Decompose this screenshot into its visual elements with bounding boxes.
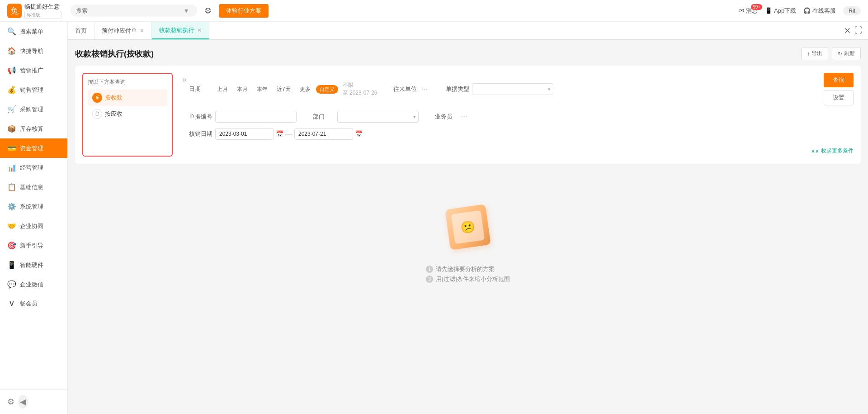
- tab-receipt-writeoff-close[interactable]: ✕: [197, 27, 202, 33]
- filter-row-2: 单据编号 部门 ▾ 业务员 ···: [189, 111, 854, 123]
- voucher-no-input[interactable]: [215, 111, 297, 123]
- sidebar-label-purchase: 采购管理: [20, 105, 43, 114]
- voucher-type-label: 单据类型: [446, 85, 469, 93]
- filter-counterparty-field: 往来单位 ···: [393, 85, 429, 93]
- app-download-btn[interactable]: 📱 App下载: [765, 7, 796, 15]
- sidebar-item-search-menu[interactable]: 🔍 搜索菜单: [0, 22, 67, 41]
- sidebar-label-member: 畅会员: [20, 300, 38, 308]
- writeoff-date-label: 核销日期: [189, 130, 212, 138]
- tab-prepay[interactable]: 预付冲应付单 ✕: [94, 22, 152, 39]
- sidebar-item-wechat[interactable]: 💬 企业微信: [0, 275, 67, 294]
- sidebar-label-finance: 资金管理: [20, 144, 43, 152]
- sidebar-item-quick-nav[interactable]: 🏠 快捷导航: [0, 41, 67, 61]
- finance-icon: 💳: [7, 144, 16, 152]
- sidebar-label-search-menu: 搜索菜单: [20, 28, 43, 36]
- sidebar-label-guide: 新手引导: [20, 242, 43, 250]
- voucher-no-label: 单据编号: [189, 113, 212, 121]
- sidebar-label-wechat: 企业微信: [20, 281, 43, 289]
- headset-icon: 🎧: [803, 7, 811, 14]
- basic-info-icon: 📋: [7, 183, 16, 191]
- sidebar-item-business[interactable]: 📊 经营管理: [0, 158, 67, 177]
- phone-icon: 📱: [765, 7, 772, 14]
- salesperson-dots: ···: [459, 113, 469, 121]
- writeoff-date-start-input[interactable]: [215, 128, 274, 140]
- sidebar-item-system[interactable]: ⚙️ 系统管理: [0, 197, 67, 216]
- tab-prepay-close[interactable]: ✕: [140, 28, 144, 34]
- sidebar-item-inventory[interactable]: 📦 库存核算: [0, 119, 67, 138]
- tab-receipt-writeoff-label: 收款核销执行: [159, 26, 194, 34]
- empty-box-face: 😕: [460, 219, 476, 235]
- empty-box-shape: 😕: [445, 204, 491, 250]
- sidebar-item-sales[interactable]: 💰 销售管理: [0, 80, 67, 100]
- business-icon: 📊: [7, 163, 16, 172]
- date-custom-badge: 自定义: [316, 85, 338, 94]
- filter-voucher-no-field: 单据编号: [189, 111, 297, 123]
- date-nolimit: 不限: [343, 81, 377, 89]
- sidebar-item-finance[interactable]: 💳 资金管理: [0, 138, 67, 158]
- system-icon: ⚙️: [7, 202, 16, 211]
- date-btn-more[interactable]: 更多: [296, 84, 314, 95]
- tabbar: 首页 预付冲应付单 ✕ 收款核销执行 ✕ ✕ ⛶: [68, 22, 868, 40]
- close-all-icon[interactable]: ✕: [844, 26, 851, 36]
- wechat-icon: 💬: [7, 280, 16, 289]
- search-input[interactable]: [76, 7, 184, 14]
- filter-option-receivable-label: 按应收: [105, 110, 123, 118]
- sales-icon: 💰: [7, 86, 16, 94]
- user-menu[interactable]: Rit: [843, 6, 861, 15]
- filter-collapse-btn[interactable]: »: [180, 73, 189, 84]
- app-name: 畅捷通好生意: [24, 3, 60, 11]
- query-button[interactable]: 查询: [824, 73, 854, 87]
- sidebar-label-marketing: 营销推广: [20, 67, 43, 75]
- sidebar-item-basic-info[interactable]: 📋 基础信息: [0, 177, 67, 197]
- filter-scheme-selector: 按以下方案查询 ¥ 按收款 ⏱ 按应收: [82, 73, 173, 157]
- sidebar-item-guide[interactable]: 🎯 新手引导: [0, 236, 67, 255]
- empty-illustration: 😕: [441, 200, 495, 254]
- sidebar-label-quick-nav: 快捷导航: [20, 47, 43, 55]
- writeoff-date-end-input[interactable]: [294, 128, 353, 140]
- sidebar-item-member[interactable]: V 畅会员: [0, 294, 67, 313]
- settings-icon[interactable]: ⚙: [7, 397, 14, 407]
- date-btn-7days[interactable]: 近7天: [273, 84, 294, 95]
- writeoff-date-range: 📅 — 📅: [215, 128, 363, 140]
- export-button[interactable]: ↑ 导出: [801, 47, 828, 60]
- date-btn-this-month[interactable]: 本月: [233, 84, 251, 95]
- filter-option-by-receipt[interactable]: ¥ 按收款: [88, 90, 167, 106]
- search-wrap[interactable]: ▾: [71, 5, 197, 17]
- calendar-start-icon[interactable]: 📅: [276, 130, 283, 138]
- sidebar-label-business: 经营管理: [20, 164, 43, 172]
- receivable-icon: ⏱: [92, 109, 102, 119]
- refresh-button[interactable]: ↻ 刷新: [832, 47, 861, 60]
- filter-salesperson-field: 业务员 ···: [435, 113, 469, 121]
- date-btn-last-month[interactable]: 上月: [213, 84, 231, 95]
- message-btn[interactable]: ✉ 消息 99+: [739, 7, 758, 15]
- filter-actions: 查询 设置: [824, 73, 854, 105]
- filter-dept-field: 部门 ▾: [313, 111, 419, 123]
- service-btn[interactable]: 🎧 在线客服: [803, 7, 836, 15]
- settings-button[interactable]: 设置: [824, 90, 854, 105]
- enterprise-icon: 🤝: [7, 222, 16, 230]
- filter-writeoff-date-field: 核销日期 📅 — 📅: [189, 128, 363, 140]
- date-btn-this-year[interactable]: 本年: [253, 84, 271, 95]
- calendar-end-icon[interactable]: 📅: [355, 130, 363, 138]
- sidebar-collapse-icon[interactable]: ◀: [18, 395, 28, 409]
- sidebar-item-marketing[interactable]: 📢 营销推广: [0, 61, 67, 80]
- dept-select[interactable]: [337, 111, 419, 123]
- voucher-type-select[interactable]: [472, 83, 553, 95]
- collapse-more-btn[interactable]: ∧∧ 收起更多条件: [189, 145, 854, 157]
- sidebar-label-sales: 销售管理: [20, 86, 43, 94]
- hint-step-1: 1: [426, 266, 433, 273]
- tab-receipt-writeoff[interactable]: 收款核销执行 ✕: [152, 22, 209, 39]
- sidebar-item-enterprise[interactable]: 🤝 企业协同: [0, 216, 67, 236]
- sidebar: 🔍 搜索菜单 🏠 快捷导航 📢 营销推广 💰 销售管理 🛒 采购管理 📦 库存核…: [0, 22, 68, 414]
- page-header: 收款核销执行(按收款) ↑ 导出 ↻ 刷新: [75, 47, 861, 60]
- filter-option-by-receivable[interactable]: ⏱ 按应收: [88, 106, 167, 122]
- gear-icon[interactable]: ⚙: [204, 6, 212, 16]
- sidebar-item-hardware[interactable]: 📱 智能硬件: [0, 255, 67, 275]
- tab-home[interactable]: 首页: [68, 22, 94, 39]
- expand-icon[interactable]: ⛶: [854, 26, 863, 35]
- receipt-icon: ¥: [92, 93, 102, 103]
- date-shortcuts: 上月 本月 本年 近7天 更多 自定义: [213, 84, 338, 95]
- industry-btn[interactable]: 体验行业方案: [219, 4, 269, 18]
- dept-label: 部门: [313, 113, 335, 121]
- sidebar-item-purchase[interactable]: 🛒 采购管理: [0, 100, 67, 119]
